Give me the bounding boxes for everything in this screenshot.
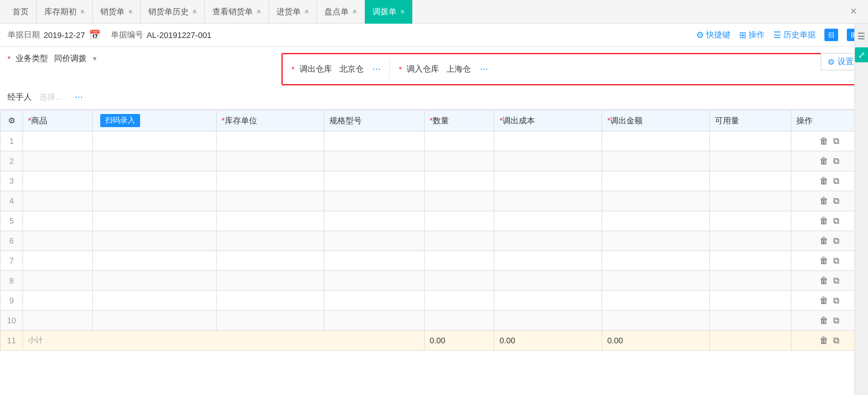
amount-cell[interactable] xyxy=(602,231,710,251)
qty-cell[interactable] xyxy=(424,191,494,211)
tab-sales-order[interactable]: 销货单 × xyxy=(93,0,141,24)
delete-row-icon[interactable]: 🗑 xyxy=(818,174,829,187)
delete-row-icon[interactable]: 🗑 xyxy=(818,194,829,207)
history-button[interactable]: ☰ 历史单据 xyxy=(773,29,816,40)
tab-purchase-close[interactable]: × xyxy=(304,7,309,16)
delete-icon[interactable]: 🗑 xyxy=(818,334,829,346)
qty-cell[interactable] xyxy=(424,251,494,271)
amount-cell[interactable] xyxy=(602,131,710,151)
unit-cell[interactable] xyxy=(216,151,324,171)
tab-view-sales[interactable]: 查看销货单 × xyxy=(205,0,269,24)
copy-row-icon[interactable]: ⧉ xyxy=(832,155,841,168)
handler-placeholder[interactable]: 选择... xyxy=(39,92,62,103)
unit-cell[interactable] xyxy=(216,211,324,231)
spec-cell[interactable] xyxy=(324,151,424,171)
qty-cell[interactable] xyxy=(424,271,494,291)
business-type-dropdown[interactable]: ▾ xyxy=(93,54,97,63)
spec-cell[interactable] xyxy=(324,271,424,291)
copy-row-icon[interactable]: ⧉ xyxy=(832,194,841,207)
copy-row-icon[interactable]: ⧉ xyxy=(832,274,841,287)
product-cell[interactable] xyxy=(23,231,93,251)
scan-button[interactable]: 扫码录入 xyxy=(100,114,140,127)
spec-cell[interactable] xyxy=(324,191,424,211)
copy-row-icon[interactable]: ⧉ xyxy=(832,254,841,267)
cost-cell[interactable] xyxy=(494,291,602,311)
delete-row-icon[interactable]: 🗑 xyxy=(818,234,829,247)
tab-sales-order-close[interactable]: × xyxy=(128,7,133,16)
unit-cell[interactable] xyxy=(216,311,324,331)
product-cell[interactable] xyxy=(23,151,93,171)
tab-stocktake[interactable]: 盘点单 × xyxy=(317,0,365,24)
amount-cell[interactable] xyxy=(602,311,710,331)
shortcuts-button[interactable]: ⚙ 快捷键 xyxy=(696,29,730,40)
cost-cell[interactable] xyxy=(494,131,602,151)
unit-cell[interactable] xyxy=(216,131,324,151)
product-cell[interactable] xyxy=(23,191,93,211)
copy-icon[interactable]: ⧉ xyxy=(832,334,841,347)
copy-row-icon[interactable]: ⧉ xyxy=(832,135,841,148)
tab-stocktake-close[interactable]: × xyxy=(352,7,357,16)
cost-cell[interactable] xyxy=(494,211,602,231)
tab-transfer-close[interactable]: × xyxy=(400,7,405,16)
spec-cell[interactable] xyxy=(324,251,424,271)
unit-cell[interactable] xyxy=(216,251,324,271)
qty-cell[interactable] xyxy=(424,211,494,231)
qty-cell[interactable] xyxy=(424,171,494,191)
cost-cell[interactable] xyxy=(494,271,602,291)
delete-row-icon[interactable]: 🗑 xyxy=(818,135,829,147)
amount-cell[interactable] xyxy=(602,211,710,231)
amount-cell[interactable] xyxy=(602,151,710,171)
delete-row-icon[interactable]: 🗑 xyxy=(818,254,829,267)
product-cell[interactable] xyxy=(23,271,93,291)
amount-cell[interactable] xyxy=(602,251,710,271)
spec-cell[interactable] xyxy=(324,211,424,231)
sidebar-list-icon[interactable]: ☰ xyxy=(855,29,868,44)
spec-cell[interactable] xyxy=(324,291,424,311)
in-warehouse-more[interactable]: ··· xyxy=(479,64,488,75)
copy-row-icon[interactable]: ⧉ xyxy=(832,234,841,247)
cost-cell[interactable] xyxy=(494,171,602,191)
delete-row-icon[interactable]: 🗑 xyxy=(818,294,829,307)
tab-home[interactable]: 首页 xyxy=(5,0,37,24)
tab-view-sales-close[interactable]: × xyxy=(257,7,261,16)
copy-row-icon[interactable]: ⧉ xyxy=(832,314,841,327)
amount-cell[interactable] xyxy=(602,271,710,291)
copy-row-icon[interactable]: ⧉ xyxy=(832,294,841,307)
amount-cell[interactable] xyxy=(602,171,710,191)
unit-cell[interactable] xyxy=(216,171,324,191)
qty-cell[interactable] xyxy=(424,311,494,331)
unit-cell[interactable] xyxy=(216,231,324,251)
product-cell[interactable] xyxy=(23,171,93,191)
operations-button[interactable]: ⊞ 操作 xyxy=(739,29,765,40)
product-cell[interactable] xyxy=(23,211,93,231)
delete-row-icon[interactable]: 🗑 xyxy=(818,155,829,167)
tab-inventory-init-close[interactable]: × xyxy=(80,7,85,16)
calendar-icon[interactable]: 📅 xyxy=(89,29,101,40)
cost-cell[interactable] xyxy=(494,151,602,171)
tab-sales-history-close[interactable]: × xyxy=(192,7,197,16)
unit-cell[interactable] xyxy=(216,291,324,311)
amount-cell[interactable] xyxy=(602,291,710,311)
product-cell[interactable] xyxy=(23,311,93,331)
cost-cell[interactable] xyxy=(494,251,602,271)
cost-cell[interactable] xyxy=(494,231,602,251)
tab-transfer[interactable]: 调拨单 × xyxy=(365,0,413,24)
cost-cell[interactable] xyxy=(494,311,602,331)
sidebar-expand-icon[interactable]: ⤢ xyxy=(855,47,869,62)
spec-cell[interactable] xyxy=(324,171,424,191)
tab-sales-history[interactable]: 销货单历史 × xyxy=(141,0,205,24)
unit-cell[interactable] xyxy=(216,271,324,291)
tab-inventory-init[interactable]: 库存期初 × xyxy=(37,0,93,24)
global-close-button[interactable]: × xyxy=(844,5,863,18)
spec-cell[interactable] xyxy=(324,311,424,331)
col-gear[interactable]: ⚙ xyxy=(1,110,23,131)
qty-cell[interactable] xyxy=(424,131,494,151)
delete-row-icon[interactable]: 🗑 xyxy=(818,314,829,326)
product-cell[interactable] xyxy=(23,251,93,271)
spec-cell[interactable] xyxy=(324,131,424,151)
product-cell[interactable] xyxy=(23,291,93,311)
grid-view-button[interactable]: ⊟ xyxy=(824,29,838,41)
unit-cell[interactable] xyxy=(216,191,324,211)
out-warehouse-more[interactable]: ··· xyxy=(372,64,380,75)
copy-row-icon[interactable]: ⧉ xyxy=(832,214,841,227)
